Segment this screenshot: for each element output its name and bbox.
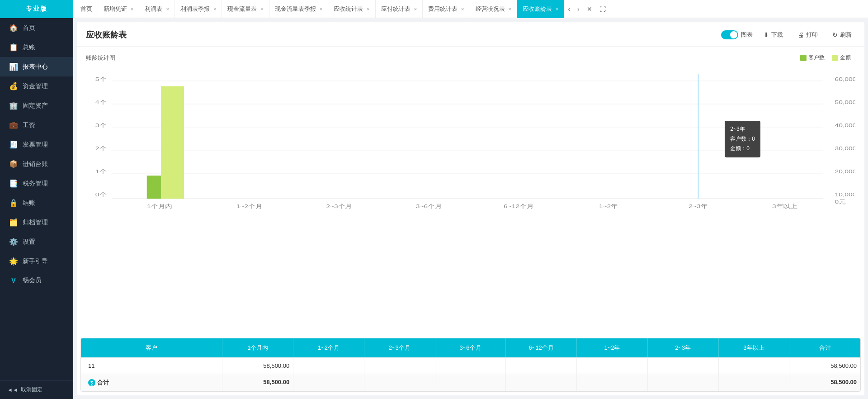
tax-icon: 📑: [9, 179, 18, 188]
page-header: 应收账龄表 图表 ⬇ 下载 🖨 打印 ↻ 刷新: [77, 22, 864, 47]
tab-cashflow-quarterly[interactable]: 现金流量表季报 ×: [269, 0, 328, 18]
cell-m8: [719, 358, 790, 374]
tab-cashflow-quarterly-label: 现金流量表季报: [275, 5, 316, 13]
cell-m4: [435, 358, 506, 374]
chart-toggle-label: 图表: [741, 31, 753, 39]
total-m2: [293, 374, 364, 391]
col-header-m4: 3~6个月: [435, 338, 506, 357]
tab-operation-stat[interactable]: 经营状况表 ×: [470, 0, 517, 18]
tab-profit-label: 利润表: [145, 5, 162, 13]
tab-aging[interactable]: 应收账龄表 ×: [517, 0, 564, 18]
sidebar-item-tax[interactable]: 📑 税务管理: [0, 174, 73, 193]
total-label-wrap: ∑ 合计: [88, 379, 218, 387]
tab-close-cashflow[interactable]: ×: [260, 6, 263, 12]
svg-text:6~12个月: 6~12个月: [504, 204, 534, 209]
sidebar-item-reports[interactable]: 📊 报表中心: [0, 57, 73, 76]
svg-text:40,000.00元: 40,000.00元: [835, 123, 855, 128]
svg-rect-27: [147, 176, 161, 199]
tab-profit[interactable]: 利润表 ×: [139, 0, 175, 18]
col-header-m6: 1~2年: [577, 338, 648, 357]
table-row: 11 58,500.00 58,500.00: [81, 357, 860, 374]
tab-close-cashflow-quarterly[interactable]: ×: [320, 6, 322, 12]
tab-receivable-stat[interactable]: 应收统计表 ×: [328, 0, 375, 18]
table-total-row: ∑ 合计 58,500.00 58,500.00: [81, 374, 860, 391]
legend-amount-color: [832, 55, 838, 61]
settings-icon: ⚙️: [9, 238, 18, 246]
sidebar-item-ledger[interactable]: 📋 总账: [0, 38, 73, 57]
tab-close-expense-stat[interactable]: ×: [461, 6, 464, 12]
tab-close-profit-quarterly[interactable]: ×: [213, 6, 216, 12]
svg-text:1~2个月: 1~2个月: [236, 204, 263, 209]
funds-icon: 💰: [9, 82, 18, 90]
sidebar-item-guide[interactable]: 🌟 新手引导: [0, 252, 73, 271]
tab-scroll-left[interactable]: ‹: [564, 0, 574, 18]
refresh-button[interactable]: ↻ 刷新: [829, 29, 855, 41]
chart-toggle[interactable]: [721, 30, 738, 39]
tab-close-all[interactable]: ✕: [583, 0, 596, 18]
tab-close-payable-stat[interactable]: ×: [414, 6, 417, 12]
fixed-assets-icon: 🏢: [9, 101, 18, 110]
total-label: 合计: [97, 379, 109, 387]
tab-aging-label: 应收账龄表: [523, 5, 552, 13]
sidebar-item-label: 结账: [23, 199, 35, 207]
download-button[interactable]: ⬇ 下载: [760, 29, 787, 41]
svg-text:10,000.00元: 10,000.00元: [835, 192, 855, 198]
ledger-icon: 📋: [9, 43, 18, 52]
sidebar-item-settings[interactable]: ⚙️ 设置: [0, 232, 73, 252]
chart-title: 账龄统计图: [86, 54, 855, 62]
sidebar-item-salary[interactable]: 💼 工资: [0, 115, 73, 135]
total-m3: [364, 374, 435, 391]
sidebar-item-home[interactable]: 🏠 首页: [0, 18, 73, 38]
page-content-area: 应收账龄表 图表 ⬇ 下载 🖨 打印 ↻ 刷新: [77, 22, 864, 395]
sidebar: 专业版 🏠 首页 📋 总账 📊 报表中心 💰 资金管理 🏢 固定资产 💼 工资 …: [0, 0, 73, 399]
total-label-cell: ∑ 合计: [81, 374, 222, 391]
tab-close-new-voucher[interactable]: ×: [131, 6, 133, 12]
col-header-m5: 6~12个月: [506, 338, 577, 357]
svg-rect-28: [161, 86, 184, 199]
tab-maximize[interactable]: ⛶: [596, 0, 609, 18]
sidebar-item-label: 固定资产: [23, 102, 48, 110]
total-m6: [577, 374, 648, 391]
tab-payable-stat[interactable]: 应付统计表 ×: [376, 0, 423, 18]
sidebar-item-close[interactable]: 🔒 结账: [0, 193, 73, 213]
cell-m5: [506, 358, 577, 374]
tab-scroll-right[interactable]: ›: [574, 0, 583, 18]
tab-new-voucher[interactable]: 新增凭证 ×: [98, 0, 139, 18]
tab-close-profit[interactable]: ×: [166, 6, 169, 12]
sidebar-item-inventory[interactable]: 📦 进销台账: [0, 154, 73, 174]
tab-profit-quarterly-label: 利润表季报: [180, 5, 210, 13]
tab-close-receivable-stat[interactable]: ×: [367, 6, 369, 12]
pin-icon: ◄◄: [7, 387, 18, 393]
sidebar-item-funds[interactable]: 💰 资金管理: [0, 76, 73, 96]
download-icon: ⬇: [764, 31, 769, 38]
sidebar-item-label: 归档管理: [23, 218, 48, 227]
svg-text:60,000.00元: 60,000.00元: [835, 76, 855, 82]
tab-operation-stat-label: 经营状况表: [476, 5, 505, 13]
tab-cashflow[interactable]: 现金流量表 ×: [222, 0, 269, 18]
table-header: 客户 1个月内 1~2个月 2~3个月 3~6个月 6~12个月 1~2年 2~…: [81, 338, 860, 357]
tab-home-label: 首页: [80, 5, 92, 13]
tab-profit-quarterly[interactable]: 利润表季报 ×: [175, 0, 222, 18]
sidebar-item-archive[interactable]: 🗂️ 归档管理: [0, 213, 73, 232]
tab-close-aging[interactable]: ×: [556, 6, 558, 12]
sidebar-item-label: 报表中心: [23, 63, 48, 71]
sidebar-item-vip[interactable]: V 畅会员: [0, 271, 73, 290]
svg-text:1~2年: 1~2年: [599, 204, 618, 209]
sidebar-item-fixed-assets[interactable]: 🏢 固定资产: [0, 96, 73, 115]
cancel-pin-button[interactable]: ◄◄ 取消固定: [0, 380, 73, 399]
total-m7: [648, 374, 719, 391]
invoice-icon: 🧾: [9, 140, 18, 149]
tab-expense-stat[interactable]: 费用统计表 ×: [423, 0, 470, 18]
print-button[interactable]: 🖨 打印: [794, 29, 821, 41]
archive-icon: 🗂️: [9, 218, 18, 227]
tab-close-operation-stat[interactable]: ×: [509, 6, 511, 12]
print-icon: 🖨: [797, 31, 804, 38]
legend-customer-count: 客户数: [800, 54, 825, 62]
sidebar-item-invoice[interactable]: 🧾 发票管理: [0, 135, 73, 154]
sidebar-item-label: 进销台账: [23, 160, 48, 168]
tab-home[interactable]: 首页: [75, 0, 98, 18]
col-header-m8: 3年以上: [719, 338, 790, 357]
cell-customer: 11: [81, 358, 222, 374]
main-content: 首页 新增凭证 × 利润表 × 利润表季报 × 现金流量表 × 现金流量表季报 …: [73, 0, 868, 399]
svg-text:2个: 2个: [95, 146, 107, 152]
